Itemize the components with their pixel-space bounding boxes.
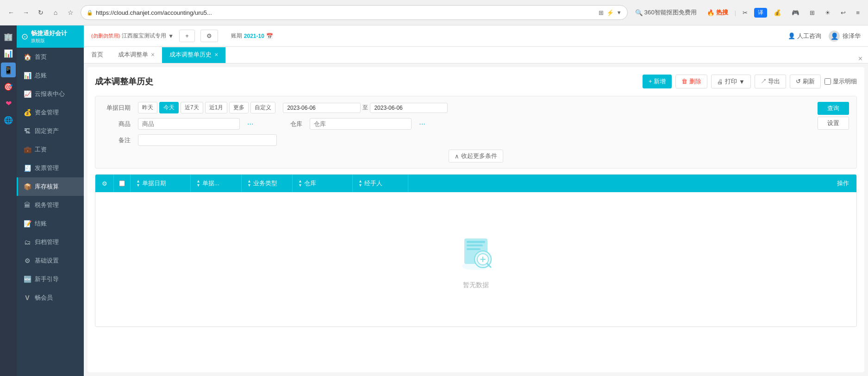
display-toggle[interactable]: 显示明细 (824, 77, 857, 86)
sidebar-item-label-inventory: 库存核算 (35, 182, 59, 191)
reload-button[interactable]: ↻ (34, 6, 47, 19)
tab-cost-adjust-history[interactable]: 成本调整单历史 × (162, 47, 225, 63)
print-icon: 🖨 (717, 78, 723, 85)
more-button[interactable]: 更多 (229, 102, 249, 113)
company-selector[interactable]: (勿删勿禁用) 江西服宝测试专用 ▼ (91, 32, 174, 40)
icon-item-1[interactable]: 🏢 (1, 29, 16, 44)
th-date[interactable]: ▲▼ 单据日期 (131, 175, 191, 192)
sidebar-item-funds[interactable]: 💰 资金管理 (17, 103, 84, 122)
sidebar-item-home[interactable]: 🏠 首页 (17, 48, 84, 66)
tab-cost-adjust-close[interactable]: × (151, 51, 155, 58)
warehouse-input[interactable] (310, 118, 412, 130)
warehouse-dots[interactable]: ··· (419, 120, 425, 128)
th-manager[interactable]: ▲▼ 经手人 (353, 175, 408, 192)
home-button[interactable]: ⌂ (49, 6, 62, 19)
user-info[interactable]: 👤 徐泽华 (829, 31, 861, 42)
period-info: 账期 2021-10 📅 (231, 32, 273, 40)
export-button[interactable]: ↗ 导出 (755, 75, 787, 88)
icon-item-4[interactable]: 🎯 (1, 79, 16, 94)
sidebar-logo[interactable]: ⊙ 畅捷通好会计 旗舰版 (17, 25, 84, 48)
select-all-checkbox[interactable] (119, 180, 125, 187)
forward-button[interactable]: → (19, 6, 32, 19)
month1-button[interactable]: 近1月 (205, 102, 228, 113)
sidebar-item-assets[interactable]: 🏗 固定资产 (17, 122, 84, 140)
collapse-row: ∧ 收起更多条件 (103, 150, 849, 163)
apps-button[interactable]: ⊞ (806, 8, 818, 18)
note-input[interactable] (138, 134, 277, 146)
th-num[interactable]: ▲▼ 单据... (191, 175, 242, 192)
custom-button[interactable]: 自定义 (250, 102, 275, 113)
print-button[interactable]: 🖨 打印 ▼ (711, 75, 751, 88)
new-button[interactable]: + 新增 (643, 75, 672, 88)
sidebar-item-ledger[interactable]: 📊 总账 (17, 66, 84, 85)
sidebar-item-label-base-settings: 基础设置 (35, 257, 59, 265)
settings-browser-button[interactable]: ☀ (821, 8, 834, 18)
date-to-input[interactable] (370, 103, 448, 113)
table-container: ⚙ ▲▼ 单据日期 ▲▼ 单据... ▲▼ 业务类型 (95, 174, 857, 327)
th-checkbox[interactable] (114, 175, 131, 192)
translate-button[interactable]: 译 (754, 8, 767, 18)
sidebar-item-invoices[interactable]: 🧾 发票管理 (17, 159, 84, 177)
ledger-icon: 📊 (24, 72, 31, 79)
refresh-button[interactable]: ↺ 刷新 (790, 75, 821, 88)
sidebar-item-tax[interactable]: 🏛 税务管理 (17, 196, 84, 214)
sidebar-icons: 🏢 📊 📱 🎯 ❤ 🌐 (0, 25, 17, 376)
display-checkbox[interactable] (824, 78, 831, 85)
empty-state: 暂无数据 (95, 192, 856, 326)
sidebar-item-inventory[interactable]: 📦 库存核算 (17, 177, 84, 196)
archive-icon: 🗂 (24, 238, 31, 246)
query-button[interactable]: 查询 (818, 102, 849, 115)
collapse-label: 收起更多条件 (461, 152, 497, 160)
today-button[interactable]: 今天 (159, 102, 179, 113)
bookmark-button[interactable]: ☆ (64, 6, 77, 19)
filter-settings-button[interactable]: 设置 (818, 117, 849, 130)
add-company-button[interactable]: + (179, 30, 195, 42)
icon-item-6[interactable]: 🌐 (1, 113, 16, 127)
sidebar-item-base-settings[interactable]: ⚙ 基础设置 (17, 251, 84, 270)
scissors-button[interactable]: ✂ (739, 8, 751, 18)
sidebar-item-label-reports: 云报表中心 (35, 90, 65, 98)
menu-button[interactable]: ≡ (852, 8, 863, 18)
company-settings-button[interactable]: ⚙ (200, 30, 218, 42)
address-bar[interactable]: 🔒 https://cloud.chanjet.com/accounting/u… (81, 5, 628, 20)
service-button[interactable]: 👤 人工咨询 (788, 32, 821, 40)
guide-icon: 🆕 (24, 276, 31, 283)
week7-button[interactable]: 近7天 (181, 102, 203, 113)
wallet-button[interactable]: 💰 (770, 8, 785, 18)
goods-input[interactable] (138, 118, 240, 130)
icon-item-5[interactable]: ❤ (1, 96, 16, 111)
sidebar-item-guide[interactable]: 🆕 新手引导 (17, 270, 84, 288)
sidebar-item-reports[interactable]: 📈 云报表中心 (17, 85, 84, 103)
calendar-icon[interactable]: 📅 (266, 33, 273, 39)
sidebar-item-salary[interactable]: 💼 工资 (17, 140, 84, 159)
th-warehouse[interactable]: ▲▼ 仓库 (293, 175, 353, 192)
goods-dots[interactable]: ··· (247, 120, 253, 128)
sidebar-item-archive[interactable]: 🗂 归档管理 (17, 233, 84, 251)
icon-item-3[interactable]: 📱 (1, 63, 16, 77)
hot-search-button[interactable]: 🔥 热搜 (703, 7, 732, 18)
tab-cost-adjust-history-close[interactable]: × (214, 51, 218, 58)
game-button[interactable]: 🎮 (788, 8, 803, 18)
th-biz[interactable]: ▲▼ 业务类型 (242, 175, 293, 192)
filter-area: 单据日期 昨天 今天 近7天 近1月 更多 自定义 (95, 96, 857, 169)
sidebar-item-label-member: 畅会员 (35, 294, 53, 302)
collapse-button[interactable]: ∧ 收起更多条件 (449, 150, 503, 163)
yesterday-button[interactable]: 昨天 (138, 102, 157, 113)
sidebar-item-label-home: 首页 (35, 53, 47, 61)
search-button[interactable]: 🔍 360智能抠图免费用 (631, 7, 700, 18)
tab-home[interactable]: 首页 (84, 47, 111, 63)
filter-date-buttons: 昨天 今天 近7天 近1月 更多 自定义 (138, 102, 275, 113)
date-from-input[interactable] (283, 103, 361, 113)
undo-button[interactable]: ↩ (837, 8, 849, 18)
delete-button[interactable]: 🗑 删除 (675, 75, 707, 88)
sidebar-item-closing[interactable]: 📝 结账 (17, 214, 84, 233)
th-settings[interactable]: ⚙ (95, 175, 114, 192)
settings-icon: ⚙ (102, 180, 107, 187)
tab-cost-adjust[interactable]: 成本调整单 × (111, 47, 162, 63)
filter-date-row: 单据日期 昨天 今天 近7天 近1月 更多 自定义 (103, 102, 818, 113)
sidebar-item-member[interactable]: V 畅会员 (17, 288, 84, 307)
close-all-tabs-button[interactable]: × (853, 55, 868, 63)
back-button[interactable]: ← (5, 6, 18, 19)
icon-item-2[interactable]: 📊 (1, 46, 16, 61)
action-buttons: 查询 设置 (818, 102, 849, 130)
